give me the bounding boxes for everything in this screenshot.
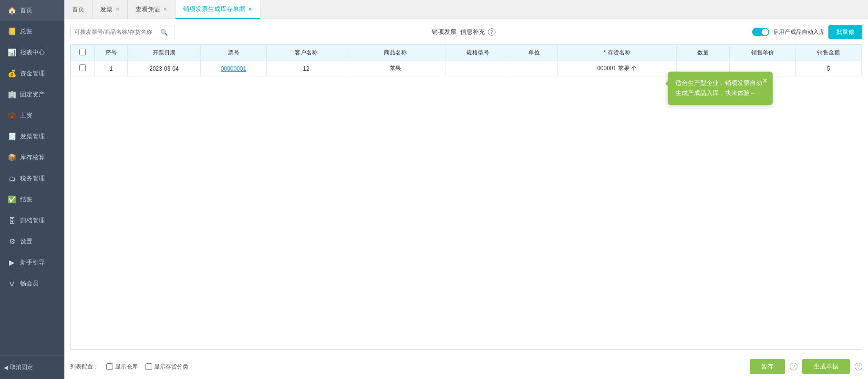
home-icon: 🏠 [8, 6, 16, 15]
ticket-link[interactable]: 00000001 [221, 65, 246, 72]
bottom-bar-right: 暂存 ? 生成单据 ? [750, 359, 862, 374]
row-amount: 5 [796, 61, 862, 76]
sidebar-item-invoice-mgmt[interactable]: 🧾 发票管理 [0, 126, 64, 147]
tab-home-label: 首页 [72, 5, 84, 14]
table-header-row: 序号 开票日期 票号 客户名称 商品名称 规格型号 单位 * 存货名称 数量 销… [71, 45, 862, 61]
header-unit: 单位 [511, 45, 558, 61]
sidebar-item-assets[interactable]: 🏢 固定资产 [0, 84, 64, 105]
save-info-icon[interactable]: ? [790, 363, 797, 370]
sidebar-item-label: 首页 [20, 6, 32, 15]
row-ticket[interactable]: 00000001 [200, 61, 267, 76]
inventory-icon: 📦 [8, 153, 16, 162]
search-input[interactable] [74, 29, 160, 35]
show-inventory-category-checkbox[interactable] [145, 363, 152, 370]
sidebar-item-ledger[interactable]: 📒 总账 [0, 21, 64, 42]
tax-icon: 🗂 [8, 175, 16, 183]
show-warehouse-label[interactable]: 显示仓库 [106, 363, 138, 371]
cancel-fixed-button[interactable]: ◀ 取消固定 [0, 359, 64, 375]
tab-invoice-label: 发票 [100, 5, 113, 14]
tab-inventory-single-close[interactable]: ✕ [248, 6, 252, 12]
header-seq: 序号 [94, 45, 127, 61]
sidebar: 🏠 首页 📒 总账 📊 报表中心 💰 资金管理 🏢 固定资产 💼 工资 🧾 发票… [0, 0, 64, 379]
sidebar-item-archive[interactable]: 🗄 归档管理 [0, 210, 64, 231]
row-customer: 12 [267, 61, 346, 76]
header-checkbox-col [71, 45, 95, 61]
header-date: 开票日期 [128, 45, 200, 61]
sidebar-item-label: 库存核算 [20, 153, 45, 162]
archive-icon: 🗄 [8, 217, 16, 225]
header-quantity: 数量 [676, 45, 729, 61]
close-accounts-icon: ✅ [8, 195, 16, 204]
cancel-fixed-icon: ◀ [4, 364, 8, 371]
ledger-icon: 📒 [8, 27, 16, 36]
sidebar-item-reports[interactable]: 📊 报表中心 [0, 42, 64, 63]
generate-button[interactable]: 生成单据 [802, 359, 850, 374]
sidebar-item-label: 设置 [20, 237, 32, 246]
row-date: 2023-03-04 [128, 61, 200, 76]
sidebar-item-member[interactable]: V 畅会员 [0, 273, 64, 294]
search-box[interactable]: 🔍 [70, 25, 175, 39]
sidebar-item-home[interactable]: 🏠 首页 [0, 0, 64, 21]
save-button[interactable]: 暂存 [750, 359, 785, 374]
tooltip-close[interactable]: ✕ [762, 75, 768, 86]
reports-icon: 📊 [8, 48, 16, 57]
tab-invoice[interactable]: 发票 ✕ [93, 0, 128, 19]
sidebar-item-label: 资金管理 [20, 69, 45, 78]
sidebar-item-settings[interactable]: ⚙ 设置 [0, 231, 64, 252]
show-warehouse-checkbox[interactable] [106, 363, 113, 370]
toggle-label: 启用产成品自动入库 [773, 28, 825, 36]
center-label: 销项发票_信息补充 [432, 28, 485, 36]
sidebar-item-inventory[interactable]: 📦 库存核算 [0, 147, 64, 168]
tab-voucher[interactable]: 查看凭证 ✕ [128, 0, 176, 19]
content-area: 🔍 销项发票_信息补充 ? 启用产成品自动入库 批量修 [64, 19, 868, 379]
sidebar-item-salary[interactable]: 💼 工资 [0, 105, 64, 126]
sidebar-item-label: 固定资产 [20, 90, 45, 99]
bottom-bar-left: 列表配置： 显示仓库 显示存货分类 [70, 363, 188, 371]
info-icon[interactable]: ? [488, 28, 496, 36]
main-area: 首页 发票 ✕ 查看凭证 ✕ 销项发票生成库存单据 ✕ 🔍 销项发票_信息补充 [64, 0, 868, 379]
row-checkbox[interactable] [79, 64, 86, 71]
tab-voucher-close[interactable]: ✕ [163, 6, 167, 12]
toolbar-right: 启用产成品自动入库 批量修 [752, 25, 862, 39]
list-config-label: 列表配置： [70, 363, 99, 371]
header-unit-price: 销售单价 [729, 45, 796, 61]
cancel-fixed-label: 取消固定 [10, 363, 33, 371]
header-product: 商品名称 [346, 45, 445, 61]
row-checkbox-cell [71, 61, 95, 76]
toolbar: 🔍 销项发票_信息补充 ? 启用产成品自动入库 批量修 [70, 25, 862, 39]
sidebar-item-close-accounts[interactable]: ✅ 结账 [0, 189, 64, 210]
invoice-icon: 🧾 [8, 132, 16, 141]
generate-info-icon[interactable]: ? [855, 363, 862, 370]
sidebar-item-label: 工资 [20, 111, 32, 120]
tab-home[interactable]: 首页 [64, 0, 93, 19]
header-amount: 销售金额 [796, 45, 862, 61]
sidebar-item-funds[interactable]: 💰 资金管理 [0, 63, 64, 84]
auto-warehouse-toggle[interactable] [752, 28, 769, 36]
tab-inventory-single[interactable]: 销项发票生成库存单据 ✕ [176, 0, 260, 19]
header-ticket: 票号 [200, 45, 267, 61]
sidebar-item-label: 畅会员 [20, 279, 39, 288]
batch-button[interactable]: 批量修 [828, 25, 862, 39]
row-product: 苹果 [346, 61, 445, 76]
show-inventory-category-label[interactable]: 显示存货分类 [145, 363, 188, 371]
header-customer: 客户名称 [267, 45, 346, 61]
show-inventory-category-text: 显示存货分类 [154, 363, 188, 371]
sidebar-item-label: 结账 [20, 195, 32, 204]
bottom-bar: 列表配置： 显示仓库 显示存货分类 暂存 ? 生成单据 ? [70, 354, 862, 379]
tooltip-box: ✕ 适合生产型企业，销项发票自动生成产成品入库，快来体验～ [668, 72, 773, 105]
funds-icon: 💰 [8, 69, 16, 78]
sidebar-item-label: 报表中心 [20, 48, 45, 57]
sidebar-bottom: ◀ 取消固定 [0, 355, 64, 379]
sidebar-item-tax[interactable]: 🗂 税务管理 [0, 168, 64, 189]
tab-invoice-close[interactable]: ✕ [115, 6, 120, 12]
sidebar-item-guide[interactable]: ▶ 新手引导 [0, 252, 64, 273]
salary-icon: 💼 [8, 111, 16, 120]
tooltip-text: 适合生产型企业，销项发票自动生成产成品入库，快来体验～ [675, 79, 762, 96]
search-icon: 🔍 [160, 29, 168, 36]
header-inventory: * 存货名称 [558, 45, 677, 61]
tab-bar: 首页 发票 ✕ 查看凭证 ✕ 销项发票生成库存单据 ✕ [64, 0, 868, 19]
show-warehouse-text: 显示仓库 [115, 363, 138, 371]
row-inventory[interactable]: 000001 苹果 个 [558, 61, 677, 76]
select-all-checkbox[interactable] [79, 49, 86, 55]
guide-icon: ▶ [8, 258, 16, 267]
